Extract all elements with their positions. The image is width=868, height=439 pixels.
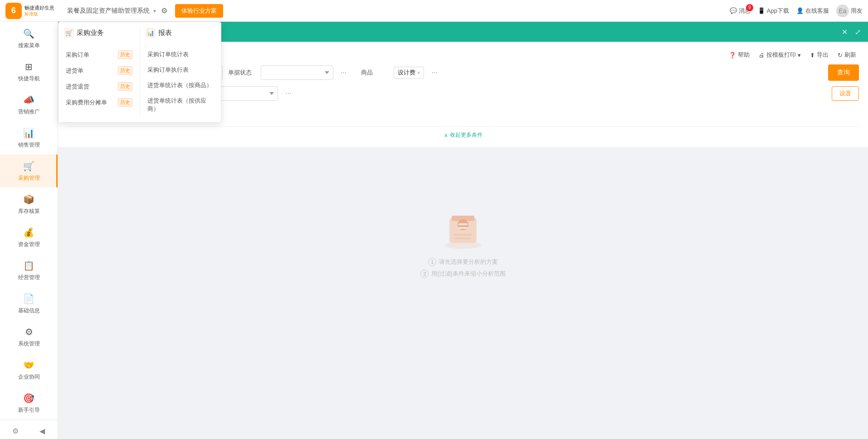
collapse-button[interactable]: ∧ 收起更多条件 [67, 128, 859, 143]
search-icon: 🔍 [23, 27, 35, 40]
empty-illustration [436, 200, 490, 254]
collapse-label: 收起更多条件 [450, 131, 483, 139]
guide-icon: 🎯 [23, 392, 35, 404]
sidebar-item-purchase[interactable]: 🛒 采购管理 [0, 154, 58, 187]
gear-button[interactable]: ⚙ [158, 5, 171, 17]
sidebar-settings-btn[interactable]: ⚙ [8, 424, 23, 438]
tab-fullscreen-btn[interactable]: ⤢ [853, 26, 863, 38]
message-badge: 9 [746, 4, 753, 11]
query-button[interactable]: 查询 [828, 64, 859, 81]
date-end-input[interactable] [168, 65, 223, 80]
help-button[interactable]: ❓ 帮助 [726, 49, 752, 61]
sales-icon: 📊 [23, 127, 35, 139]
sidebar-item-guide[interactable]: 🎯 新手引导 [0, 386, 58, 419]
tab-close-icon[interactable]: × [128, 30, 131, 36]
goods-tag: 设计费 × [394, 67, 424, 79]
sidebar-label-system: 系统管理 [18, 340, 40, 348]
print-icon: 🖨 [759, 52, 765, 59]
export-icon: ⬆ [810, 52, 815, 59]
app-download-button[interactable]: 📱 App下载 [758, 7, 789, 15]
sidebar-item-system[interactable]: ⚙ 系统管理 [0, 320, 58, 353]
page-content: ❓ 帮助 🖨 按模板打印 ▾ ⬆ 导出 ↻ [58, 42, 868, 439]
salesman-label: 业务员 [186, 89, 214, 98]
sidebar-item-search[interactable]: 🔍 搜索菜单 [0, 22, 58, 55]
toolbar-row: ❓ 帮助 🖨 按模板打印 ▾ ⬆ 导出 ↻ [67, 49, 859, 61]
tab-sales-rank[interactable]: 销售排行榜 × [85, 24, 138, 42]
purchase-icon: 🛒 [23, 160, 35, 173]
system-title-arrow[interactable]: ▾ [153, 8, 156, 14]
sidebar-item-marketing[interactable]: 📣 营销推广 [0, 88, 58, 121]
export-label: 导出 [817, 51, 829, 59]
tab-sales-rank-label: 销售排行榜 [93, 29, 124, 37]
svg-rect-4 [458, 223, 468, 225]
circle-1: 1 [428, 258, 436, 266]
refresh-icon: ↻ [838, 52, 843, 59]
sidebar-label-purchase: 采购管理 [18, 174, 40, 182]
customer-label: 客户 [67, 109, 94, 118]
sidebar-item-basic[interactable]: 📄 基础信息 [0, 287, 58, 320]
sidebar-collapse-btn[interactable]: ◀ [35, 424, 49, 438]
sidebar-item-nav[interactable]: ⊞ 快捷导航 [0, 55, 58, 88]
tab-home-label: 首页 [65, 28, 78, 36]
tab-home[interactable]: 首页 [58, 22, 85, 42]
user-button[interactable]: Ea 用友 [836, 5, 863, 17]
user-initial: Ea [839, 7, 846, 15]
customer-select[interactable] [100, 106, 172, 121]
sidebar-item-finance[interactable]: 💰 资金管理 [0, 221, 58, 254]
print-button[interactable]: 🖨 按模板打印 ▾ [756, 49, 804, 61]
filter-area: ❓ 帮助 🖨 按模板打印 ▾ ⬆ 导出 ↻ [58, 42, 868, 147]
online-service-label: 在线客服 [805, 7, 829, 15]
sidebar-label-search: 搜索菜单 [18, 42, 40, 49]
status-ellipsis[interactable]: ··· [339, 69, 348, 77]
industry-button[interactable]: 体验行业方案 [175, 4, 223, 18]
tab-close-window-btn[interactable]: ✕ [840, 26, 849, 38]
sidebar-item-operation[interactable]: 📋 经营管理 [0, 254, 58, 287]
goods-label: 商品 [361, 69, 388, 77]
empty-hint-1: 1 请先选择要分析的方案 [428, 258, 498, 266]
sidebar-label-guide: 新手引导 [18, 406, 40, 414]
basic-icon: 📄 [23, 292, 35, 305]
logo-name: 畅捷通好生意 [24, 5, 54, 11]
message-button[interactable]: 💬 消息 9 [730, 7, 751, 15]
refresh-button[interactable]: ↻ 刷新 [835, 49, 859, 61]
help-label: 帮助 [738, 51, 750, 59]
export-button[interactable]: ⬆ 导出 [807, 49, 831, 61]
empty-state: 1 请先选择要分析的方案 2 用[过滤]条件来缩小分析范围 [58, 148, 868, 330]
status-select[interactable] [261, 65, 333, 80]
date-label: 日期 [67, 69, 94, 77]
online-service-button[interactable]: 👤 在线客服 [796, 7, 829, 15]
filter-right-actions: ❓ 帮助 🖨 按模板打印 ▾ ⬆ 导出 ↻ [726, 49, 859, 61]
user-label: 用友 [851, 7, 863, 15]
collapse-icon: ∧ [444, 132, 448, 138]
svg-rect-7 [455, 237, 471, 239]
sidebar-item-inventory[interactable]: 📦 库存核算 [0, 187, 58, 221]
collab-icon: 🤝 [23, 359, 35, 371]
sidebar-label-inventory: 库存核算 [18, 207, 40, 215]
sidebar-label-operation: 经营管理 [18, 274, 40, 281]
empty-hint-text-2: 用[过滤]条件来缩小分析范围 [431, 270, 505, 278]
rank-select[interactable]: 金额 [100, 86, 159, 101]
rank-ellipsis[interactable]: ··· [164, 89, 174, 98]
finance-icon: 💰 [23, 226, 35, 239]
sidebar-item-sales[interactable]: 📊 销售管理 [0, 121, 58, 154]
goods-tag-close[interactable]: × [417, 70, 420, 75]
sidebar-item-collab[interactable]: 🤝 企业协同 [0, 353, 58, 386]
logo-icon: 6 [5, 3, 22, 19]
main-layout: 🔍 搜索菜单 ⊞ 快捷导航 📣 营销推广 📊 销售管理 🛒 采购管理 📦 库存核… [0, 22, 868, 439]
help-icon: ❓ [729, 52, 736, 59]
settings-button[interactable]: 设置 [832, 86, 859, 101]
goods-ellipsis[interactable]: ··· [429, 69, 439, 77]
sidebar-label-marketing: 营销推广 [18, 108, 40, 116]
logo-text-group: 畅捷通好生意 标准版 [24, 5, 54, 17]
customer-ellipsis[interactable]: ··· [178, 109, 187, 118]
date-shortcut-more[interactable]: 更多 [123, 67, 141, 79]
system-title: 装餐及固定资产辅助管理系统 ▾ [67, 7, 156, 15]
filter-divider [67, 126, 859, 127]
status-label: 单据状态 [228, 69, 255, 77]
date-shortcut-custom[interactable]: 自定义 [143, 67, 166, 79]
empty-hint-2: 2 用[过滤]条件来缩小分析范围 [420, 270, 505, 278]
date-shortcut-7days[interactable]: 近7天 [100, 67, 121, 79]
salesman-ellipsis[interactable]: ··· [283, 89, 293, 98]
salesman-select[interactable] [219, 86, 278, 101]
rank-label: 排名项目 [67, 89, 94, 98]
